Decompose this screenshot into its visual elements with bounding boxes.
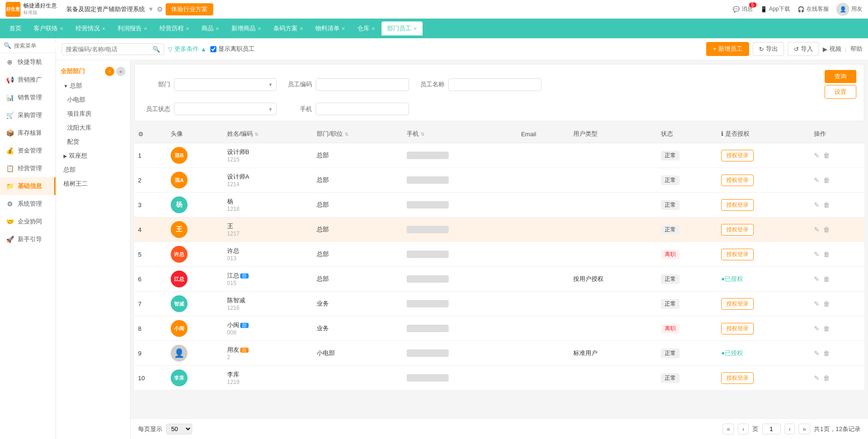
show-resigned-toggle[interactable]: 显示离职员工: [210, 45, 255, 53]
tab-bom[interactable]: 物料清单✕: [310, 21, 351, 35]
settings-icon[interactable]: ⚙: [157, 5, 163, 14]
page-number-input[interactable]: [762, 424, 781, 434]
tab-operation[interactable]: 经营情况✕: [70, 21, 111, 35]
search-box[interactable]: 🔍: [62, 43, 164, 55]
close-icon[interactable]: ✕: [371, 26, 375, 31]
tab-barcode[interactable]: 条码方案✕: [268, 21, 309, 35]
dept-item-headquarters-parent[interactable]: ▼ 总部: [56, 79, 130, 93]
dept-item-small-electric[interactable]: 小电部: [56, 93, 130, 107]
next-page-button[interactable]: ›: [785, 424, 795, 434]
tab-department-staff[interactable]: 部门员工✕: [382, 21, 423, 35]
page-size-select[interactable]: 50 20 100: [166, 424, 192, 434]
edit-icon[interactable]: ✎: [814, 374, 819, 382]
user-action[interactable]: 👤 用友: [836, 3, 862, 16]
sidebar-search[interactable]: 🔍: [0, 38, 56, 53]
auth-button[interactable]: 授权登录: [721, 224, 754, 236]
col-settings[interactable]: ⚙: [134, 125, 167, 143]
dept-item-shenyang[interactable]: 沈阳大库: [56, 121, 130, 135]
sidebar-item-sales[interactable]: 📊 销售管理: [0, 89, 56, 106]
edit-icon[interactable]: ✎: [814, 201, 819, 209]
auth-button[interactable]: 授权登录: [721, 372, 754, 384]
system-dropdown-icon[interactable]: ▼: [148, 6, 154, 13]
edit-icon[interactable]: ✎: [814, 226, 819, 233]
sidebar-item-collab[interactable]: 🤝 企业协同: [0, 213, 56, 230]
tab-customer[interactable]: 客户联络✕: [28, 21, 69, 35]
help-button[interactable]: 帮助: [850, 45, 862, 53]
video-button[interactable]: ▶ 视频: [823, 45, 841, 53]
delete-icon[interactable]: 🗑: [823, 226, 830, 233]
trial-button[interactable]: 体验行业方案: [166, 3, 213, 15]
filter-code-input[interactable]: [316, 78, 409, 91]
prev-page-button[interactable]: ‹: [738, 424, 748, 434]
show-resigned-checkbox[interactable]: [210, 46, 216, 52]
last-page-button[interactable]: »: [799, 424, 810, 434]
close-icon[interactable]: ✕: [215, 26, 219, 31]
auth-button[interactable]: 授权登录: [721, 199, 754, 211]
filter-dept-select-wrap[interactable]: [174, 78, 277, 91]
set-button[interactable]: 设置: [825, 85, 856, 99]
auth-button[interactable]: 授权登录: [721, 323, 754, 334]
delete-icon[interactable]: 🗑: [823, 300, 830, 307]
edit-icon[interactable]: ✎: [814, 176, 819, 184]
dept-item-project-warehouse[interactable]: 项目库房: [56, 107, 130, 121]
delete-icon[interactable]: 🗑: [823, 349, 830, 357]
tab-add-goods[interactable]: 新增商品✕: [226, 21, 267, 35]
import-button[interactable]: ↺ 导入: [788, 42, 819, 56]
close-icon[interactable]: ✕: [341, 26, 345, 31]
close-icon[interactable]: ✕: [257, 26, 261, 31]
filter-status-select[interactable]: [174, 103, 277, 115]
delete-icon[interactable]: 🗑: [823, 275, 830, 283]
edit-icon[interactable]: ✎: [814, 349, 819, 357]
delete-icon[interactable]: 🗑: [823, 201, 830, 209]
add-employee-button[interactable]: + 新增员工: [706, 42, 749, 56]
filter-name-input[interactable]: [448, 78, 542, 91]
auth-button[interactable]: 授权登录: [721, 150, 754, 161]
tab-home[interactable]: 首页: [4, 21, 27, 35]
filter-dept-select[interactable]: [174, 78, 277, 91]
export-button[interactable]: ↻ 导出: [753, 42, 784, 56]
auth-button[interactable]: 授权登录: [721, 298, 754, 310]
sidebar-item-business[interactable]: 📋 经营管理: [0, 160, 56, 177]
delete-icon[interactable]: 🗑: [823, 176, 830, 184]
auth-button[interactable]: 授权登录: [721, 249, 754, 260]
tab-goods[interactable]: 商品✕: [196, 21, 225, 35]
delete-icon[interactable]: 🗑: [823, 325, 830, 332]
filter-status-select-wrap[interactable]: [174, 103, 277, 115]
close-icon[interactable]: ✕: [60, 26, 63, 31]
tab-history[interactable]: 经营历程✕: [154, 21, 195, 35]
filter-phone-input[interactable]: [316, 103, 409, 115]
dept-collapse-button[interactable]: «: [116, 67, 125, 76]
dept-item-distribution[interactable]: 配货: [56, 135, 130, 149]
app-download-action[interactable]: 📱 App下载: [760, 5, 790, 13]
search-input[interactable]: [66, 46, 150, 53]
sidebar-item-guide[interactable]: 🚀 新手引导: [0, 230, 56, 248]
dept-item-zhishuwang[interactable]: 植树王二: [56, 177, 130, 191]
tab-profit[interactable]: 利润报告✕: [112, 21, 153, 35]
edit-icon[interactable]: ✎: [814, 325, 819, 332]
delete-icon[interactable]: 🗑: [823, 152, 830, 159]
message-action[interactable]: 💬 消息 5: [733, 5, 753, 13]
sidebar-item-marketing[interactable]: 📢 营销推广: [0, 71, 56, 89]
edit-icon[interactable]: ✎: [814, 275, 819, 283]
delete-icon[interactable]: 🗑: [823, 251, 830, 258]
sidebar-item-inventory[interactable]: 📦 库存核算: [0, 124, 56, 142]
dept-item-hq[interactable]: 总部: [56, 163, 130, 177]
edit-icon[interactable]: ✎: [814, 152, 819, 159]
close-icon[interactable]: ✕: [186, 26, 189, 31]
filter-toggle[interactable]: ▽ 更多条件 ▲: [168, 45, 207, 53]
search-button[interactable]: 查询: [825, 70, 856, 83]
close-icon[interactable]: ✕: [102, 26, 105, 31]
sidebar-item-purchase[interactable]: 🛒 采购管理: [0, 106, 56, 124]
edit-icon[interactable]: ✎: [814, 251, 819, 258]
close-icon[interactable]: ✕: [413, 26, 417, 31]
close-icon[interactable]: ✕: [299, 26, 303, 31]
close-icon[interactable]: ✕: [144, 26, 147, 31]
first-page-button[interactable]: «: [722, 424, 734, 434]
sidebar-item-system[interactable]: ⚙ 系统管理: [0, 195, 56, 213]
service-action[interactable]: 🎧 在线客服: [798, 5, 829, 13]
dept-add-button[interactable]: +: [105, 67, 114, 76]
delete-icon[interactable]: 🗑: [823, 374, 830, 382]
tab-warehouse[interactable]: 仓库✕: [352, 21, 381, 35]
sidebar-item-finance[interactable]: 💰 资金管理: [0, 142, 56, 160]
edit-icon[interactable]: ✎: [814, 300, 819, 307]
